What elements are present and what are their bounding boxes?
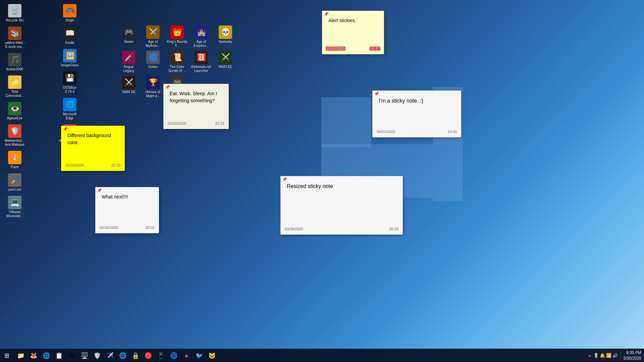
sticky-note-alert-note[interactable]: 📌 Alert stickies. 03/30/2020 20:27 [322,11,384,54]
desktop-icon-foobar2000[interactable]: 🎵 foobar2000 [3,52,27,73]
desktop-icon-paintnet[interactable]: 🖌️ paint.net [3,172,27,193]
desktop-icon-age-empires[interactable]: 🏰 Age of Empires... [189,24,213,49]
icon-image-kindle: 📖 [63,26,76,40]
note-footer-resized-note: 03/30/2020 20:29 [284,226,399,231]
clock-time: 8:35 PM [624,350,641,356]
icon-label-malwarebytes: Malwarebyt... Anti-Malware [4,139,25,147]
icon-image-paintnet: 🖌️ [8,173,21,187]
taskbar-icon-app6[interactable]: 🌀 [168,350,180,362]
desktop-icon-dosbox[interactable]: 💾 DOSBox 0.74-3 [58,70,82,95]
taskbar-icon-chrome[interactable]: 🔴 [142,350,154,362]
desktop-icon-malwarebytes[interactable]: 🛡️ Malwarebyt... Anti-Malware [3,123,27,148]
icon-label-bethesda-launcher: Bethesda.net Launcher [191,65,212,73]
note-footer-alert-note: 03/30/2020 20:27 [326,45,380,51]
start-button[interactable]: ⊞ [0,349,13,362]
note-content-resized-note: Resized sticky note [284,180,399,226]
icon-label-steam: Steam [124,40,134,44]
desktop-icon-steam[interactable]: 🎮 Steam [117,24,141,49]
tray-icon-1: 🔺 [587,353,592,358]
icon-label-dosbox: DOSBox 0.74-3 [59,86,80,94]
taskbar-icon-edge-tb[interactable]: 🌐 [117,350,129,362]
desktop-icon-origin[interactable]: 🎮 Origin [58,3,82,24]
taskbar-icon-app1[interactable]: 📋 [53,350,65,362]
icon-label-vortex: Vortex [148,65,158,69]
desktop-icon-elder-scrolls[interactable]: 📜 The Elder Scrolls III ... [165,49,189,74]
icon-label-kings-bounty: King's Bounty T... [166,40,188,48]
taskbar-icon-ie[interactable]: 🌐 [40,350,52,362]
desktop-icon-nwn-ee[interactable]: ⚔️ NWN EE [213,49,237,74]
icon-image-imageglass: 🖼️ [63,49,76,62]
icon-image-vmware: 💻 [8,196,21,209]
desktop-icon-kings-bounty[interactable]: 👑 King's Bounty T... [165,24,189,49]
sticky-note-eat-work-sleep[interactable]: 📌 Eat. Work. Sleep. Am I forgetting some… [163,84,229,129]
desktop-icon-calibre[interactable]: 📚 calibre 64bit - E-book ma... [3,25,27,50]
icon-label-origin: Origin [65,18,74,22]
note-content-different-bg: Different background color. [65,129,121,162]
desktop-icon-heroes-might[interactable]: 🏆 Heroes of Might a... [141,74,165,100]
icon-label-nwn-ee: NWN EE [219,65,232,69]
icon-image-recycle-bin: 🗑️ [8,4,21,17]
note-content-im-sticky: I'm a sticky note. :) [376,94,458,128]
icon-image-elder-scrolls: 📜 [170,51,184,64]
icon-image-microsoft-edge: 🌐 [63,98,76,111]
sticky-note-im-sticky[interactable]: 📌 I'm a sticky note. :) 04/01/2020 18:00 [372,90,461,137]
desktop-icon-spelunky[interactable]: 💀 Spelunky [213,24,237,49]
taskbar-icon-app8[interactable]: 🐱 [206,350,218,362]
taskbar-icon-app7[interactable]: 🐦 [193,350,205,362]
tray-icon-2: 🔋 [593,353,599,358]
taskbar-icon-telegram[interactable]: ✈️ [104,350,116,362]
note-content-what-next: What next!!!! [99,191,155,224]
icon-label-agaueeye: AgaueEye [7,116,22,120]
taskbar-icon-app5[interactable]: 📱 [155,350,167,362]
desktop-icon-agaueeye[interactable]: 👁️ AgaueEye [3,101,27,122]
desktop-icon-age-mythology[interactable]: ⚔️ Age of Mytholo... [141,24,165,49]
note-date-resized-note: 03/30/2020 [284,227,304,231]
desktop-icon-recycle-bin[interactable]: 🗑️ Recycle Bin [3,3,27,24]
icon-image-dosbox: 💾 [63,71,76,85]
note-pin-different-bg: 📌 [63,127,68,131]
desktop-icon-imageglass[interactable]: 🖼️ ImageGlass [58,48,82,69]
taskbar-icon-word[interactable]: W [66,350,78,362]
note-date-alert-note: 03/30/2020 [326,47,345,51]
icon-label-nwn-de: NWN DE [122,90,136,94]
note-time-different-bg: 20:20 [110,163,121,167]
taskbar-icon-app4[interactable]: 🔒 [129,350,142,362]
note-time-what-next: 20:32 [145,226,155,230]
desktop-icon-kindle[interactable]: 📖 Kindle [58,25,82,46]
icon-label-foobar2000: foobar2000 [6,67,23,71]
icon-label-total-commander: Total Command... [4,90,25,98]
icon-label-recycle-bin: Recycle Bin [6,18,24,22]
desktop-icon-paint[interactable]: 🎨 Paint [3,149,27,171]
sticky-note-different-bg[interactable]: 📌 Different background color. 03/30/2020… [61,126,125,171]
desktop-icon-bethesda-launcher[interactable]: 🅱️ Bethesda.net Launcher [189,49,213,74]
icon-image-nwn-de: ⚔️ [122,76,136,89]
note-time-im-sticky: 18:00 [447,130,458,134]
icon-image-age-mythology: ⚔️ [146,25,160,39]
icon-label-rogue-legacy: Rogue Legacy [118,65,140,73]
desktop-icon-vmware[interactable]: 💻 VMware Workstati... [3,194,27,220]
taskbar-icon-app3[interactable]: 🛡️ [91,350,103,362]
sticky-note-what-next[interactable]: 📌 What next!!!! 03/30/2020 20:32 [95,187,159,233]
desktop-icon-vortex[interactable]: 🌀 Vortex [141,49,165,74]
note-pin-alert-note: 📌 [324,12,329,16]
icon-label-kindle: Kindle [65,41,74,45]
taskbar-clock[interactable]: 8:35 PM 3/30/2020 [624,350,641,361]
sticky-note-resized-note[interactable]: 📌 Resized sticky note 03/30/2020 20:29 [280,176,403,235]
taskbar-separator [621,352,621,360]
note-content-eat-work-sleep: Eat. Work. Sleep. Am I forgetting someth… [167,87,225,120]
note-content-alert-note: Alert stickies. [326,14,380,45]
icon-label-paintnet: paint.net [8,188,21,192]
taskbar-icon-vlc[interactable]: 🔺 [180,350,193,362]
note-footer-different-bg: 03/30/2020 20:20 [65,162,121,167]
desktop-icon-total-commander[interactable]: 📁 Total Command... [3,74,27,99]
desktop-icon-rogue-legacy[interactable]: 🗡️ Rogue Legacy [117,49,141,74]
icon-image-spelunky: 💀 [219,25,232,39]
taskbar-icon-file-explorer[interactable]: 📁 [15,350,27,362]
icon-image-bethesda-launcher: 🅱️ [195,51,208,64]
note-date-eat-work-sleep: 03/30/2020 [167,121,187,125]
desktop-icon-nwn-de[interactable]: ⚔️ NWN DE [117,74,141,100]
desktop-icon-microsoft-edge[interactable]: 🌐 Microsoft Edge [58,97,82,122]
taskbar-icon-firefox[interactable]: 🦊 [28,350,40,362]
taskbar-icon-app2[interactable]: 🖥️ [78,350,91,362]
icon-label-spelunky: Spelunky [218,40,232,44]
